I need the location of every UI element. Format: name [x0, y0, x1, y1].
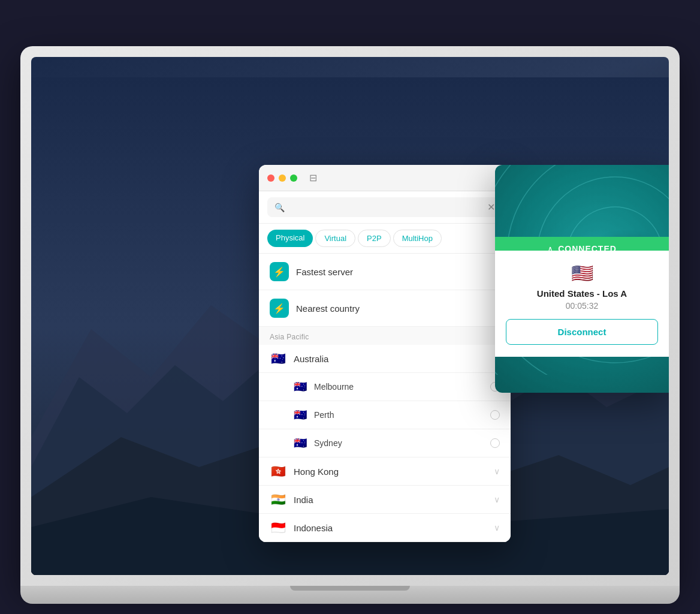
laptop-container: ⊟ 🔍 ✕ Physical Virtual P2P — [0, 0, 700, 614]
search-clear-button[interactable]: ✕ — [487, 201, 495, 213]
tab-multihop[interactable]: MultiHop — [393, 230, 442, 247]
laptop-notch — [290, 586, 410, 591]
perth-flag: 🇦🇺 — [294, 408, 307, 422]
perth-radio[interactable] — [490, 410, 500, 420]
us-flag: 🇺🇸 — [506, 263, 658, 284]
server-list: ⚡ Fastest server ⚡ Nearest country — [259, 254, 511, 542]
connection-timer: 00:05:32 — [506, 301, 658, 311]
city-perth[interactable]: 🇦🇺 Perth — [259, 401, 511, 429]
country-australia[interactable]: 🇦🇺 Australia ∧ — [259, 345, 511, 373]
search-icon: 🔍 — [274, 203, 285, 212]
perth-name: Perth — [314, 410, 490, 420]
connected-panel: S ∧ CONNECTED 🇺🇸 United States - Los A 0… — [495, 165, 669, 393]
fastest-icon: ⚡ — [270, 262, 289, 281]
melbourne-flag: 🇦🇺 — [294, 380, 307, 393]
connection-country: United States - Los A — [506, 288, 658, 299]
country-indonesia[interactable]: 🇮🇩 Indonesia ∨ — [259, 514, 511, 542]
lightning-icon: ⚡ — [273, 266, 285, 278]
minimize-button[interactable] — [279, 174, 286, 182]
title-bar: ⊟ — [259, 165, 511, 191]
city-sydney[interactable]: 🇦🇺 Sydney — [259, 429, 511, 458]
sydney-radio[interactable] — [490, 438, 500, 448]
australia-name: Australia — [294, 354, 494, 364]
sydney-flag: 🇦🇺 — [294, 437, 307, 450]
region-header: Asia Pacific — [259, 327, 511, 345]
nearest-country-item[interactable]: ⚡ Nearest country — [259, 290, 511, 327]
india-name: India — [294, 495, 494, 505]
fastest-server-item[interactable]: ⚡ Fastest server — [259, 254, 511, 290]
tabs-container: Physical Virtual P2P MultiHop — [259, 224, 511, 254]
tab-physical[interactable]: Physical — [267, 230, 313, 247]
maximize-button[interactable] — [290, 174, 297, 182]
window-layout-icon: ⊟ — [309, 172, 317, 183]
expand-arrow-hk-icon: ∨ — [494, 466, 500, 476]
nearest-label: Nearest country — [296, 303, 360, 314]
hongkong-flag: 🇭🇰 — [270, 465, 286, 477]
search-input-wrapper[interactable]: 🔍 ✕ — [267, 197, 502, 217]
nearest-icon: ⚡ — [270, 299, 289, 318]
india-flag: 🇮🇳 — [270, 493, 286, 505]
laptop-base — [20, 586, 680, 604]
disconnect-button[interactable]: Disconnect — [506, 319, 658, 345]
hongkong-name: Hong Kong — [294, 466, 494, 477]
country-hongkong[interactable]: 🇭🇰 Hong Kong ∨ — [259, 458, 511, 486]
window-controls — [267, 174, 297, 182]
connection-details: 🇺🇸 United States - Los A 00:05:32 Discon… — [495, 251, 669, 357]
city-melbourne[interactable]: 🇦🇺 Melbourne — [259, 373, 511, 401]
indonesia-name: Indonesia — [294, 523, 494, 533]
laptop-body: ⊟ 🔍 ✕ Physical Virtual P2P — [20, 46, 680, 586]
sydney-name: Sydney — [314, 438, 490, 448]
australia-flag: 🇦🇺 — [270, 353, 286, 365]
search-input[interactable] — [289, 203, 482, 212]
screen: ⊟ 🔍 ✕ Physical Virtual P2P — [31, 57, 669, 575]
indonesia-flag: 🇮🇩 — [270, 522, 286, 534]
vpn-panel: ⊟ 🔍 ✕ Physical Virtual P2P — [259, 165, 511, 542]
close-button[interactable] — [267, 174, 274, 182]
expand-arrow-indonesia-icon: ∨ — [494, 523, 500, 532]
lightning-icon-2: ⚡ — [273, 303, 285, 314]
tab-p2p[interactable]: P2P — [358, 230, 391, 247]
country-india[interactable]: 🇮🇳 India ∨ — [259, 486, 511, 514]
tab-virtual[interactable]: Virtual — [315, 230, 355, 247]
fastest-label: Fastest server — [296, 267, 353, 277]
search-bar: 🔍 ✕ — [259, 191, 511, 224]
melbourne-name: Melbourne — [314, 382, 490, 392]
expand-arrow-india-icon: ∨ — [494, 495, 500, 504]
